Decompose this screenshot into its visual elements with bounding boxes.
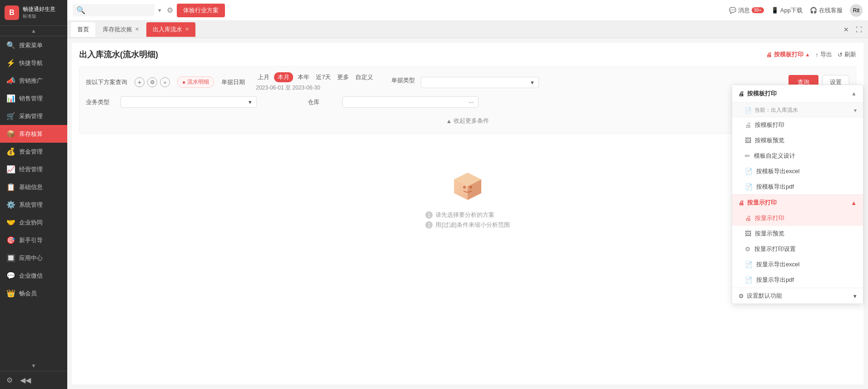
dropdown-footer-default[interactable]: ⚙ 设置默认功能 ▾ — [732, 288, 863, 304]
display-section-collapse-icon: ▲ — [851, 199, 857, 206]
sidebar-item-guide[interactable]: 🎯 新手引导 — [0, 231, 67, 249]
sidebar-item-appcenter[interactable]: 🔲 应用中心 — [0, 249, 67, 267]
tab-batch[interactable]: 库存批次账 ✕ — [96, 22, 145, 37]
sidebar-item-sales[interactable]: 📊 销售管理 — [0, 90, 67, 107]
app-version: 标准版 — [23, 13, 55, 20]
sidebar-item-operation[interactable]: 📈 经营管理 — [0, 160, 67, 178]
dropdown-item-template-preview[interactable]: 🖼 按模板预览 — [732, 133, 863, 148]
display-excel-label: 按显示导出excel — [756, 260, 799, 269]
messages-button[interactable]: 💬 消息 99+ — [729, 6, 764, 15]
date-more[interactable]: 更多 — [335, 72, 351, 82]
dropdown-item-display-settings[interactable]: ⚙ 按显示打印设置 — [732, 241, 863, 257]
tab-batch-close-icon[interactable]: ✕ — [135, 26, 139, 32]
sidebar-item-label: 新手引导 — [19, 236, 43, 244]
sidebar-item-collab[interactable]: 🤝 企业协同 — [0, 214, 67, 231]
export-label: 导出 — [820, 50, 832, 59]
template-excel-label: 按模板导出excel — [756, 167, 799, 175]
filter-add-button[interactable]: + — [135, 77, 145, 87]
tab-close-all-button[interactable]: ✕ — [841, 24, 852, 35]
filter-settings-button[interactable]: ⚙ — [147, 77, 157, 87]
date-custom[interactable]: 自定义 — [354, 72, 375, 82]
filter-collapse-button[interactable]: « — [160, 77, 170, 87]
sidebar-item-marketing[interactable]: 📣 营销推广 — [0, 72, 67, 90]
empty-icon-container — [447, 164, 488, 204]
export-button[interactable]: ↑ 导出 — [816, 50, 833, 59]
printer-icon: 🖨 — [738, 90, 744, 97]
collapse-icon[interactable]: ◀◀ — [20, 376, 31, 384]
dropdown-arrow-icon[interactable]: ▾ — [158, 7, 161, 14]
customer-service-button[interactable]: 🎧 在线客服 — [810, 6, 843, 15]
print-dropdown-panel: 🖨 按模板打印 ▲ 📄 当前：出入库流水 ▾ 🖨 按模板打印 — [732, 85, 863, 304]
topbar-search-box[interactable]: 🔍 — [73, 4, 155, 16]
dropdown-item-display-excel[interactable]: 📄 按显示导出excel — [732, 257, 863, 272]
display-section-title: 🖨 按显示打印 — [738, 199, 777, 207]
user-avatar[interactable]: Rit — [850, 4, 863, 17]
tab-home[interactable]: 首页 — [71, 22, 95, 37]
appcenter-icon: 🔲 — [6, 254, 15, 262]
search-input[interactable] — [88, 7, 147, 14]
dropdown-item-display-print[interactable]: 🖨 按显示打印 — [732, 210, 863, 226]
shortcut-icon: ⚡ — [6, 59, 15, 67]
app-download-button[interactable]: 📱 App下载 — [771, 6, 803, 15]
warehouse-select[interactable]: ··· — [342, 96, 479, 108]
dropdown-item-display-preview[interactable]: 🖼 按显示预览 — [732, 226, 863, 241]
tip-num-2: 2 — [425, 221, 433, 229]
sidebar-item-wechat[interactable]: 💬 企业微信 — [0, 267, 67, 284]
sidebar-item-inventory[interactable]: 📦 库存核算 — [0, 125, 67, 143]
template-pdf-label: 按模板导出pdf — [756, 183, 794, 191]
tab-right-actions: ✕ ⛶ — [841, 24, 864, 35]
business-type-select[interactable]: ▾ — [120, 96, 257, 108]
filter-tag-icon: ● — [182, 79, 185, 85]
operation-icon: 📈 — [6, 165, 15, 174]
chevron-up-icon: ▲ — [446, 118, 452, 125]
doc-type-select[interactable]: ▾ — [421, 77, 539, 88]
settings-gear-icon[interactable]: ⚙ — [167, 6, 173, 15]
display-print-label: 按显示打印 — [755, 214, 784, 222]
dropdown-display-section-header[interactable]: 🖨 按显示打印 ▲ — [732, 194, 863, 210]
sidebar-item-basic[interactable]: 📋 基础信息 — [0, 178, 67, 196]
scroll-up-button[interactable]: ▲ — [0, 26, 67, 36]
preview-icon: 🖼 — [745, 137, 751, 144]
dropdown-collapse-button[interactable]: ▲ — [851, 90, 857, 97]
filter-tag-waterflow[interactable]: ● 流水明细 — [177, 76, 214, 88]
scroll-down-button[interactable]: ▼ — [0, 361, 67, 371]
date-7days[interactable]: 近7天 — [314, 72, 333, 82]
sidebar-item-member[interactable]: 👑 畅会员 — [0, 284, 67, 302]
refresh-button[interactable]: ↺ 刷新 — [838, 50, 856, 59]
footer-content: ⚙ 设置默认功能 — [738, 292, 782, 300]
tab-flow-close-icon[interactable]: ✕ — [185, 26, 189, 32]
inventory-icon: 📦 — [6, 130, 15, 138]
dropdown-item-template-print[interactable]: 🖨 按模板打印 — [732, 117, 863, 133]
dropdown-item-template-pdf[interactable]: 📄 按模板导出pdf — [732, 179, 863, 194]
sidebar-item-purchase[interactable]: 🛒 采购管理 — [0, 107, 67, 125]
svg-point-4 — [469, 186, 472, 189]
sidebar-bottom: ⚙ ◀◀ — [0, 371, 67, 389]
system-icon: ⚙️ — [6, 200, 15, 209]
sidebar: B 畅捷通好生意 标准版 ▲ 🔍 搜索菜单 ⚡ 快捷导航 📣 营销推广 📊 销售… — [0, 0, 67, 389]
sidebar-item-finance[interactable]: 💰 资金管理 — [0, 143, 67, 160]
dropdown-item-template-design[interactable]: ✏ 模板自定义设计 — [732, 148, 863, 164]
messages-badge: 99+ — [752, 7, 764, 13]
print-template-button[interactable]: 🖨 按模板打印 ▲ — [766, 50, 810, 59]
settings-icon[interactable]: ⚙ — [6, 376, 13, 384]
date-this-month[interactable]: 本月 — [274, 72, 293, 82]
svg-point-3 — [463, 186, 466, 189]
dropdown-item-template-excel[interactable]: 📄 按模板导出excel — [732, 164, 863, 179]
tab-flow-label: 出入库流水 — [153, 25, 182, 34]
sidebar-item-shortcut[interactable]: ⚡ 快捷导航 — [0, 54, 67, 72]
sidebar-item-search[interactable]: 🔍 搜索菜单 — [0, 36, 67, 54]
dropdown-item-display-pdf[interactable]: 📄 按显示导出pdf — [732, 272, 863, 288]
display-preview-label: 按显示预览 — [755, 229, 784, 238]
date-last-month[interactable]: 上月 — [256, 72, 271, 82]
headset-icon: 🎧 — [810, 7, 817, 14]
date-this-year[interactable]: 本年 — [296, 72, 311, 82]
industry-solution-button[interactable]: 体验行业方案 — [177, 4, 225, 17]
fold-conditions-button[interactable]: ▲ 收起更多条件 — [441, 114, 495, 128]
doc-type-area: 单据类型 ▾ — [391, 76, 781, 88]
date-filter-label: 单据日期 — [221, 78, 249, 86]
tab-flow[interactable]: 出入库流水 ✕ — [146, 22, 195, 37]
sidebar-item-system[interactable]: ⚙️ 系统管理 — [0, 196, 67, 214]
empty-illustration — [447, 164, 488, 204]
current-dropdown-arrow[interactable]: ▾ — [854, 107, 857, 114]
tab-expand-button[interactable]: ⛶ — [853, 24, 864, 35]
